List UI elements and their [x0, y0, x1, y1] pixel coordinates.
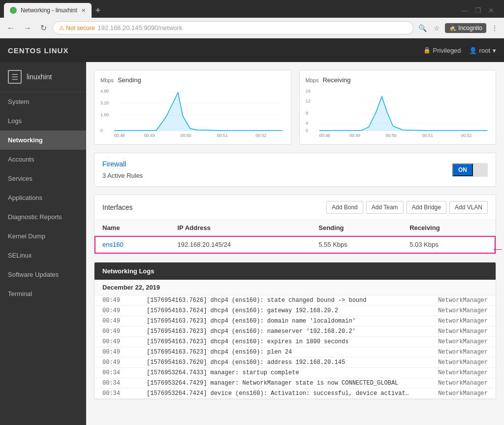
- log-entry: 00:49 [1576954163.7620] dhcp4 (ens160): …: [94, 358, 496, 368]
- svg-text:4.80: 4.80: [100, 89, 109, 94]
- svg-text:3.20: 3.20: [100, 100, 109, 105]
- log-entry: 00:49 [1576954163.7623] dhcp4 (ens160): …: [94, 316, 496, 327]
- interface-ip: 192.168.20.145/24: [169, 236, 311, 254]
- sidebar-item-diagnostic[interactable]: Diagnostic Reports: [0, 207, 86, 227]
- interface-name: ens160: [94, 236, 169, 254]
- sidebar-item-label: Networking: [8, 136, 43, 144]
- add-bond-button[interactable]: Add Bond: [326, 201, 363, 214]
- user-icon: 👤: [469, 47, 477, 54]
- sidebar-item-terminal[interactable]: Terminal: [0, 284, 86, 303]
- networking-logs-card: Networking Logs December 22, 2019 00:49 …: [94, 262, 496, 399]
- app-header-right: 🔒 Privileged 👤 root ▾: [423, 47, 497, 54]
- svg-text:00:48: 00:48: [114, 133, 125, 137]
- log-message: [1576954163.7623] dhcp4 (ens160): namese…: [147, 328, 424, 335]
- log-time: 00:34: [102, 390, 122, 397]
- main-layout: ☰ linuxhint System Logs Networking Accou…: [0, 62, 504, 425]
- sidebar-brand: ☰ linuxhint: [0, 62, 86, 92]
- svg-text:00:48: 00:48: [319, 133, 330, 137]
- logs-header: Networking Logs: [94, 262, 496, 280]
- log-source: NetworkManager: [424, 338, 488, 345]
- svg-text:0: 0: [306, 128, 308, 133]
- sidebar-item-applications[interactable]: Applications: [0, 188, 86, 207]
- interfaces-card: Interfaces Add Bond Add Team Add Bridge …: [94, 195, 496, 254]
- search-icon-button[interactable]: 🔍: [416, 22, 429, 34]
- sidebar-item-logs[interactable]: Logs: [0, 111, 86, 131]
- receiving-chart-svg: 16 12 8 4 0 00:48 00:49: [306, 88, 490, 137]
- svg-marker-8: [114, 93, 283, 131]
- firewall-toggle-on-button[interactable]: ON: [452, 163, 473, 176]
- add-bridge-button[interactable]: Add Bridge: [407, 201, 446, 214]
- log-message: [1576954163.7623] dhcp4 (ens160): domain…: [147, 318, 424, 325]
- sidebar-item-label: System: [8, 98, 29, 105]
- logs-date: December 22, 2019: [94, 280, 496, 295]
- bookmark-button[interactable]: ☆: [432, 22, 442, 34]
- restore-button[interactable]: ❐: [472, 5, 484, 15]
- add-team-button[interactable]: Add Team: [366, 201, 404, 214]
- log-message: [1576954163.7623] dhcp4 (ens160): plen 2…: [147, 349, 424, 356]
- add-vlan-button[interactable]: Add VLAN: [449, 201, 488, 214]
- log-entry: 00:49 [1576954163.7623] dhcp4 (ens160): …: [94, 337, 496, 347]
- col-sending: Sending: [311, 220, 402, 236]
- browser-tab-bar: Networking - linuxhint ✕ + — ❐ ✕: [0, 0, 504, 18]
- log-time: 00:49: [102, 349, 122, 356]
- forward-button[interactable]: →: [21, 22, 34, 34]
- table-row[interactable]: ens160 192.168.20.145/24 5.55 Kbps 5.03 …: [94, 236, 496, 254]
- log-entry: 00:49 [1576954163.7624] dhcp4 (ens160): …: [94, 306, 496, 316]
- incognito-button[interactable]: 🕵 Incognito: [445, 23, 486, 33]
- sending-unit: Mbps: [100, 77, 114, 83]
- receiving-chart-card: Mbps Receiving 16 12 8 4 0: [299, 70, 497, 145]
- svg-text:00:51: 00:51: [422, 133, 433, 137]
- reload-button[interactable]: ↻: [37, 21, 50, 34]
- incognito-label: Incognito: [458, 25, 482, 32]
- browser-chrome: Networking - linuxhint ✕ + — ❐ ✕ ← → ↻ ⚠…: [0, 0, 504, 38]
- svg-text:8: 8: [306, 111, 308, 116]
- more-menu-button[interactable]: ⋮: [489, 22, 500, 34]
- sidebar-item-label: Applications: [8, 194, 42, 201]
- user-menu[interactable]: 👤 root ▾: [469, 47, 496, 54]
- sidebar-item-accounts[interactable]: Accounts: [0, 150, 86, 169]
- app-title: CENTOS LINUX: [8, 46, 68, 55]
- firewall-link[interactable]: Firewall: [102, 160, 126, 168]
- col-ip: IP Address: [169, 220, 311, 236]
- sidebar-item-software[interactable]: Software Updates: [0, 265, 86, 284]
- user-dropdown-icon: ▾: [493, 47, 496, 54]
- log-source: NetworkManager: [424, 318, 488, 325]
- col-receiving: Receiving: [402, 220, 496, 236]
- log-message: [1576953264.7429] manager: NetworkManage…: [147, 380, 424, 387]
- log-message: [1576954163.7620] dhcp4 (ens160): addres…: [147, 359, 424, 366]
- tab-close-button[interactable]: ✕: [81, 7, 86, 14]
- log-time: 00:49: [102, 328, 122, 335]
- sidebar-item-label: Accounts: [8, 156, 34, 163]
- svg-text:00:49: 00:49: [144, 133, 155, 137]
- privileged-label: Privileged: [433, 47, 461, 54]
- sidebar-item-label: Services: [8, 175, 32, 182]
- address-bar[interactable]: ⚠ Not secure 192.168.20.145:9090/network: [53, 21, 413, 34]
- log-time: 00:49: [102, 297, 122, 304]
- browser-toolbar: ← → ↻ ⚠ Not secure 192.168.20.145:9090/n…: [0, 18, 504, 38]
- sidebar-item-kernel[interactable]: Kernel Dump: [0, 227, 86, 246]
- browser-tab[interactable]: Networking - linuxhint ✕: [4, 3, 92, 18]
- svg-text:00:52: 00:52: [255, 133, 266, 137]
- firewall-card: Firewall 3 Active Rules ON: [94, 153, 496, 187]
- svg-text:00:50: 00:50: [385, 133, 396, 137]
- log-entry: 00:34 [1576953264.7433] manager: startup…: [94, 368, 496, 378]
- sidebar-item-networking[interactable]: Networking: [0, 131, 86, 150]
- sidebar-item-services[interactable]: Services: [0, 169, 86, 188]
- sidebar-item-system[interactable]: System: [0, 92, 86, 111]
- log-source: NetworkManager: [424, 359, 488, 366]
- receiving-unit: Mbps: [306, 77, 319, 83]
- minimize-button[interactable]: —: [458, 5, 471, 15]
- interface-sending: 5.55 Kbps: [311, 236, 402, 254]
- new-tab-button[interactable]: +: [95, 5, 101, 16]
- log-entry: 00:49 [1576954163.7626] dhcp4 (ens160): …: [94, 295, 496, 306]
- close-button[interactable]: ✕: [485, 5, 497, 15]
- log-entry: 00:49 [1576954163.7623] dhcp4 (ens160): …: [94, 347, 496, 358]
- sidebar-item-selinux[interactable]: SELinux: [0, 246, 86, 265]
- back-button[interactable]: ←: [4, 22, 18, 34]
- lock-icon: 🔒: [423, 47, 431, 54]
- log-message: [1576953264.7433] manager: startup compl…: [147, 369, 424, 376]
- sidebar-item-label: Kernel Dump: [8, 232, 45, 240]
- charts-row: Mbps Sending 4.80 3.20 1.60 0: [94, 70, 496, 145]
- svg-text:16: 16: [306, 89, 311, 94]
- sidebar-item-label: Diagnostic Reports: [8, 213, 62, 221]
